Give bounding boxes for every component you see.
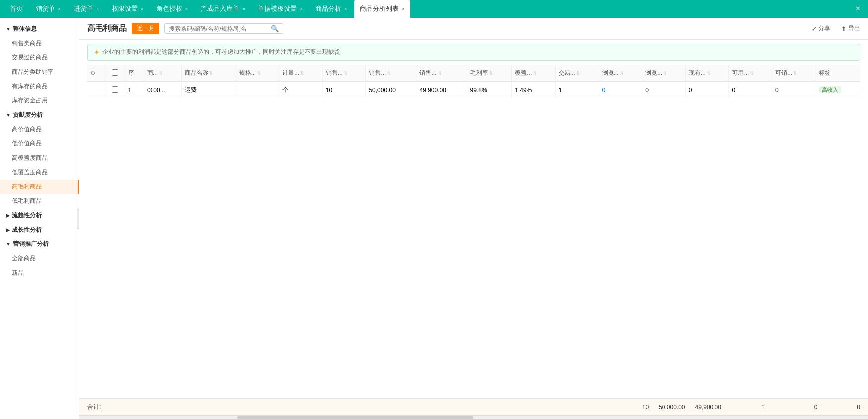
sidebar-group-overview[interactable]: ▼ 整体信息 [0,22,79,36]
settings-icon[interactable]: ⚙ [90,70,96,77]
info-icon: ✦ [94,48,100,56]
sidebar-group-growth[interactable]: ▶ 成长性分析 [0,223,79,237]
sort-icon-name: ⇅ [209,71,213,76]
scrollbar-thumb[interactable] [237,416,474,419]
table-row: 1 0000... 运费 个 10 50,000.00 49,900.00 99… [87,82,860,98]
col-name[interactable]: 商品名称 ⇅ [182,65,236,82]
footer-sales-profit: 49,900.00 [695,404,721,411]
sidebar-item-new-products[interactable]: 新品 [0,266,79,280]
sort-icon-sales-qty: ⇅ [344,71,348,76]
sidebar-item-stocked-goods[interactable]: 有库存的商品 [0,79,79,93]
sort-icon-spec: ⇅ [257,71,261,76]
col-spec[interactable]: 规格... ⇅ [236,65,279,82]
row-code: 0000... [144,82,181,98]
sort-icon-gross-margin: ⇅ [489,71,493,76]
col-sales-amount[interactable]: 销售... ⇅ [366,65,416,82]
col-unit[interactable]: 计量... ⇅ [279,65,323,82]
export-button[interactable]: ⬆ 导出 [841,24,860,33]
sort-icon: ⇅ [159,71,163,76]
close-purchase-order-icon[interactable]: × [96,6,99,12]
filter-period-button[interactable]: 近一月 [132,23,159,34]
sidebar-item-low-margin[interactable]: 低毛利商品 [0,194,79,208]
share-button[interactable]: ⤢ 分享 [812,24,830,33]
content-area: 高毛利商品 近一月 🔍 ⤢ 分享 ⬆ 导出 ✦ 企业的主要的利润都是这部分商品创… [79,18,868,419]
sidebar-item-all-goods[interactable]: 全部商品 [0,251,79,266]
nav-product-analysis-list[interactable]: 商品分析列表 × [354,0,410,18]
select-all-checkbox[interactable] [112,69,118,76]
search-input[interactable] [169,25,269,32]
row-browse2: 0 [642,82,686,98]
sidebar-item-high-margin[interactable]: 高毛利商品 [0,180,79,194]
close-product-entry-icon[interactable]: × [242,6,245,12]
col-coverage[interactable]: 覆盖... ⇅ [512,65,556,82]
nav-permissions[interactable]: 权限设置 × [106,0,150,18]
row-checkbox[interactable] [112,86,118,93]
col-transaction[interactable]: 交易... ⇅ [555,65,599,82]
sidebar-item-high-coverage[interactable]: 高覆盖度商品 [0,151,79,165]
close-product-analysis-icon[interactable]: × [344,6,347,12]
row-gross-margin: 99.8% [467,82,512,98]
sort-icon-browse1: ⇅ [620,71,624,76]
sort-icon-available: ⇅ [750,71,754,76]
close-product-analysis-list-icon[interactable]: × [402,6,405,12]
col-browse2[interactable]: 浏览... ⇅ [642,65,686,82]
sidebar-group-flow[interactable]: ▶ 流趋性分析 [0,208,79,223]
horizontal-scrollbar[interactable] [79,415,868,419]
nav-product-analysis[interactable]: 商品分析 × [309,0,353,18]
chevron-down-icon: ▼ [6,26,11,32]
footer-sales-qty: 10 [642,404,649,411]
row-settings-cell [87,82,105,98]
row-sales-profit: 49,900.00 [416,82,467,98]
sidebar-group-contribution[interactable]: ▼ 贡献度分析 [0,108,79,122]
sidebar-item-traded-goods[interactable]: 交易过的商品 [0,50,79,65]
col-sales-profit[interactable]: 销售... ⇅ [416,65,467,82]
col-available[interactable]: 可用... ⇅ [729,65,772,82]
col-sales-qty[interactable]: 销售... ⇅ [322,65,366,82]
nav-sales-order[interactable]: 销货单 × [30,0,67,18]
col-current[interactable]: 现有... ⇅ [685,65,729,82]
nav-role-auth[interactable]: 角色授权 × [151,0,194,18]
chevron-right-icon: ▶ [6,213,10,218]
sidebar-group-marketing[interactable]: ▼ 营销推广分析 [0,237,79,251]
nav-home[interactable]: 首页 [4,0,29,18]
row-sales-qty: 10 [322,82,366,98]
sidebar-item-low-value[interactable]: 低价值商品 [0,137,79,151]
sidebar-item-inventory-capital[interactable]: 库存资金占用 [0,93,79,108]
nav-purchase-order[interactable]: 进货单 × [68,0,105,18]
search-box: 🔍 [164,23,283,34]
window-close-button[interactable]: × [852,4,864,13]
col-settings[interactable]: ⚙ [87,65,105,82]
col-tag[interactable]: 标签 [816,65,860,82]
top-navigation: 首页 销货单 × 进货单 × 权限设置 × 角色授权 × 产成品入库单 × 单据… [0,0,868,18]
search-icon[interactable]: 🔍 [271,25,279,32]
col-browse1[interactable]: 浏览... ⇅ [599,65,642,82]
table-container[interactable]: ⚙ 序 商... ⇅ [79,65,868,398]
close-template-settings-icon[interactable]: × [300,6,303,12]
row-saleable: 0 [772,82,816,98]
sidebar-collapse-button[interactable]: « [77,209,79,229]
col-saleable[interactable]: 可销... ⇅ [772,65,816,82]
sidebar-item-high-value[interactable]: 高价值商品 [0,122,79,137]
close-role-auth-icon[interactable]: × [185,6,188,12]
nav-product-entry[interactable]: 产成品入库单 × [195,0,251,18]
col-gross-margin[interactable]: 毛利率 ⇅ [467,65,512,82]
table-footer: 合计: 10 50,000.00 49,900.00 1 0 0 [79,398,868,415]
info-banner: ✦ 企业的主要的利润都是这部分商品创造的，可考虑加大推广，同时关注库存是不要出现… [87,44,860,61]
col-code[interactable]: 商... ⇅ [144,65,181,82]
sidebar-item-low-coverage[interactable]: 低覆盖度商品 [0,165,79,180]
nav-template-settings[interactable]: 单据模板设置 × [252,0,308,18]
row-coverage: 1.49% [512,82,556,98]
sort-icon-sales-profit: ⇅ [438,71,442,76]
sidebar-item-sales-goods[interactable]: 销售类商品 [0,36,79,50]
sort-icon-sales-amount: ⇅ [387,71,391,76]
sidebar-item-category-sales-rate[interactable]: 商品分类助销率 [0,65,79,79]
export-icon: ⬆ [841,25,846,32]
row-unit: 个 [279,82,323,98]
row-sales-amount: 50,000.00 [366,82,416,98]
sort-icon-transaction: ⇅ [576,71,580,76]
close-sales-order-icon[interactable]: × [58,6,61,12]
row-checkbox-cell [105,82,125,98]
close-permissions-icon[interactable]: × [141,6,144,12]
row-name: 运费 [182,82,236,98]
main-layout: « ▼ 整体信息 销售类商品 交易过的商品 商品分类助销率 有库存的商品 库存资… [0,18,868,419]
